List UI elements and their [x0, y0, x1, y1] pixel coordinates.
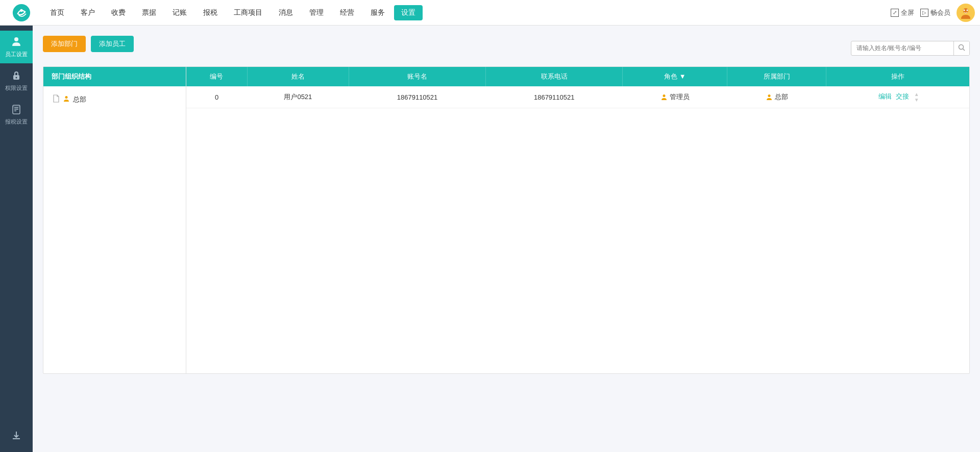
- svg-point-15: [65, 96, 68, 99]
- sidebar-item-tax-settings[interactable]: 报税设置: [0, 99, 33, 131]
- content-area: 部门组织结构: [43, 66, 970, 374]
- download-icon: [11, 430, 21, 442]
- svg-point-4: [967, 9, 968, 11]
- table-header-row: 编号姓名账号名联系电话角色 ▼所属部门操作: [186, 67, 969, 86]
- toolbar-row: 添加部门 添加员工: [43, 36, 970, 60]
- sidebar: 员工设置 权限设置 报税设置: [0, 26, 33, 452]
- nav-item-票据[interactable]: 票据: [135, 5, 163, 20]
- add-staff-button[interactable]: 添加员工: [91, 36, 134, 52]
- svg-point-16: [663, 94, 665, 97]
- nav-item-工商项目[interactable]: 工商项目: [227, 5, 270, 20]
- nav-item-管理[interactable]: 管理: [302, 5, 331, 20]
- nav-item-服务[interactable]: 服务: [363, 5, 392, 20]
- lock-icon: [11, 70, 21, 82]
- col-header: 所属部门: [727, 67, 826, 86]
- dept-tree: 部门组织结构: [43, 67, 186, 373]
- svg-point-17: [768, 94, 770, 97]
- fullscreen-btn[interactable]: ⤢ 全屏: [891, 8, 914, 17]
- nav-item-经营[interactable]: 经营: [333, 5, 361, 20]
- search-button[interactable]: [953, 41, 969, 55]
- employee-table-wrap: 编号姓名账号名联系电话角色 ▼所属部门操作 0用户052118679110521…: [186, 67, 969, 373]
- search-wrap: [851, 41, 970, 56]
- search-icon: [958, 44, 965, 51]
- table-body: 0用户05211867911052118679110521管理员总部编辑交接▲▼: [186, 86, 969, 108]
- sidebar-item-employee-settings[interactable]: 员工设置: [0, 31, 33, 63]
- logo: [5, 4, 38, 22]
- employee-table: 编号姓名账号名联系电话角色 ▼所属部门操作 0用户052118679110521…: [186, 67, 969, 108]
- col-header: 操作: [826, 67, 969, 86]
- avatar[interactable]: [957, 4, 975, 22]
- scroll-arrows: ▲▼: [914, 91, 919, 103]
- main-content: 添加部门 添加员工 部门组织结构: [33, 26, 980, 452]
- svg-point-1: [20, 9, 22, 11]
- nav-item-报税[interactable]: 报税: [196, 5, 225, 20]
- col-header: 联系电话: [486, 67, 623, 86]
- col-header: 账号名: [349, 67, 485, 86]
- member-icon: ▷: [920, 9, 928, 17]
- dept-item-general[interactable]: 总部: [48, 91, 181, 107]
- member-btn[interactable]: ▷ 畅会员: [920, 8, 950, 17]
- dept-tree-header: 部门组织结构: [43, 67, 186, 86]
- svg-point-3: [964, 9, 965, 11]
- table-head: 编号姓名账号名联系电话角色 ▼所属部门操作: [186, 67, 969, 86]
- dept-name-general: 总部: [73, 95, 86, 104]
- top-nav: 首页客户收费票据记账报税工商项目消息管理经营服务设置 ⤢ 全屏 ▷ 畅会员: [0, 0, 980, 26]
- sidebar-item-download[interactable]: [0, 425, 33, 447]
- sidebar-label-employee: 员工设置: [5, 51, 28, 58]
- nav-item-客户[interactable]: 客户: [74, 5, 102, 20]
- nav-item-首页[interactable]: 首页: [43, 5, 71, 20]
- search-area: [851, 41, 970, 56]
- nav-item-消息[interactable]: 消息: [272, 5, 300, 20]
- search-input[interactable]: [851, 42, 953, 54]
- cell-name: 用户0521: [247, 86, 349, 108]
- cell-actions: 编辑交接▲▼: [826, 86, 969, 108]
- svg-point-7: [16, 77, 17, 79]
- svg-point-13: [959, 44, 964, 49]
- action-编辑[interactable]: 编辑: [878, 92, 892, 100]
- sidebar-item-permission-settings[interactable]: 权限设置: [0, 65, 33, 97]
- col-header: 角色 ▼: [623, 67, 727, 86]
- tax-icon: [11, 104, 21, 116]
- dept-tree-body: 总部: [43, 86, 186, 112]
- col-header: 姓名: [247, 67, 349, 86]
- col-header: 编号: [186, 67, 247, 86]
- nav-right: ⤢ 全屏 ▷ 畅会员: [891, 4, 975, 22]
- nav-items: 首页客户收费票据记账报税工商项目消息管理经营服务设置: [38, 5, 891, 20]
- add-dept-button[interactable]: 添加部门: [43, 36, 86, 52]
- sidebar-label-permission: 权限设置: [5, 84, 28, 92]
- svg-point-0: [13, 4, 30, 21]
- action-交接[interactable]: 交接: [896, 92, 909, 100]
- sidebar-label-tax: 报税设置: [5, 118, 28, 126]
- nav-item-记账[interactable]: 记账: [165, 5, 194, 20]
- logo-icon: [12, 4, 31, 22]
- cell-role: 管理员: [623, 86, 727, 108]
- employee-icon: [11, 36, 22, 49]
- toolbar: 添加部门 添加员工: [43, 36, 134, 52]
- svg-line-14: [963, 49, 965, 51]
- cell-id: 0: [186, 86, 247, 108]
- table-row: 0用户05211867911052118679110521管理员总部编辑交接▲▼: [186, 86, 969, 108]
- fullscreen-icon: ⤢: [891, 9, 899, 17]
- nav-item-设置[interactable]: 设置: [394, 5, 423, 20]
- svg-point-5: [14, 37, 18, 41]
- nav-item-收费[interactable]: 收费: [104, 5, 133, 20]
- dept-person-icon: [63, 95, 70, 104]
- cell-account: 18679110521: [349, 86, 485, 108]
- cell-phone: 18679110521: [486, 86, 623, 108]
- cell-dept: 总部: [727, 86, 826, 108]
- file-icon: [53, 94, 60, 104]
